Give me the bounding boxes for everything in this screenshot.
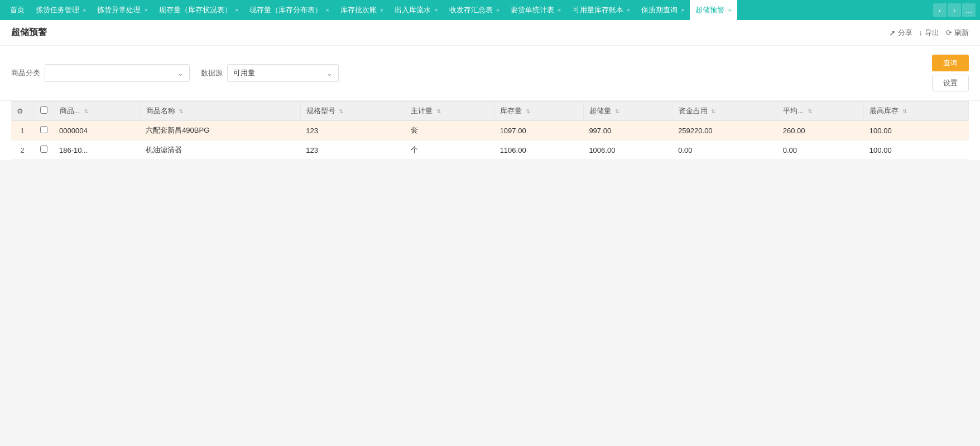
- nav-item-demand[interactable]: 要货单统计表 ×: [505, 0, 566, 20]
- close-stock-status[interactable]: ×: [235, 7, 238, 13]
- share-button[interactable]: ➚ 分享: [889, 28, 912, 38]
- row-capital-2: 0.00: [672, 140, 777, 160]
- row-max-stock-1: 100.00: [864, 121, 969, 140]
- datasource-dropdown-arrow: ⌄: [326, 69, 333, 77]
- close-summary[interactable]: ×: [496, 7, 499, 13]
- category-label: 商品分类: [11, 68, 40, 78]
- row-capital-1: 259220.00: [672, 121, 777, 140]
- nav-label-demand: 要货单统计表: [511, 5, 554, 15]
- query-button[interactable]: 查询: [932, 55, 969, 71]
- share-label: 分享: [898, 28, 912, 38]
- nav-arrows: ‹ › …: [933, 3, 976, 17]
- row-overstock-1: 997.00: [583, 121, 672, 140]
- nav-prev-button[interactable]: ‹: [933, 3, 947, 17]
- row-checkbox-2[interactable]: [33, 140, 54, 160]
- export-label: 导出: [925, 28, 939, 38]
- col-capital[interactable]: 资金占用 ⇅: [672, 101, 777, 121]
- row-avg-2: 0.00: [777, 140, 864, 160]
- sort-product-code: ⇅: [84, 108, 88, 114]
- row-spec-1: 123: [300, 121, 405, 140]
- col-max-stock[interactable]: 最高库存 ⇅: [864, 101, 969, 121]
- nav-item-stock-status[interactable]: 现存量（库存状况表） ×: [153, 0, 244, 20]
- nav-label-pick-exception: 拣货异常处理: [97, 5, 141, 15]
- sort-overstock: ⇅: [615, 108, 619, 114]
- nav-item-stock-dist[interactable]: 现存量（库存分布表） ×: [244, 0, 334, 20]
- col-stock[interactable]: 库存量 ⇅: [494, 101, 584, 121]
- close-pick-task[interactable]: ×: [83, 7, 86, 13]
- sort-max-stock: ⇅: [902, 108, 907, 114]
- share-icon: ➚: [889, 28, 896, 37]
- col-product-code-label: 商品...: [60, 106, 80, 115]
- table-row: 1 0000004 六配套新昌490BPG 123 套 1097.00 997.…: [11, 121, 969, 140]
- col-spec[interactable]: 规格型号 ⇅: [300, 101, 405, 121]
- col-avg[interactable]: 平均... ⇅: [777, 101, 864, 121]
- row-avg-1: 260.00: [777, 121, 864, 140]
- col-product-name[interactable]: 商品名称 ⇅: [140, 101, 300, 121]
- nav-item-flow[interactable]: 出入库流水 ×: [389, 0, 443, 20]
- close-overstock[interactable]: ×: [728, 7, 731, 13]
- page-title: 超储预警: [11, 27, 47, 38]
- category-filter-group: 商品分类 ⌄: [11, 64, 190, 82]
- action-buttons: 查询 设置: [932, 55, 969, 91]
- nav-item-pick-exception[interactable]: 拣货异常处理 ×: [92, 0, 153, 20]
- refresh-button[interactable]: ⟳ 刷新: [946, 28, 969, 38]
- col-product-code[interactable]: 商品... ⇅: [54, 101, 140, 121]
- nav-next-button[interactable]: ›: [948, 3, 961, 17]
- settings-button[interactable]: 设置: [932, 75, 969, 91]
- nav-label-batch: 库存批次账: [340, 5, 377, 15]
- row-stock-2: 1106.00: [494, 140, 584, 160]
- col-product-name-label: 商品名称: [146, 106, 175, 115]
- nav-item-overstock[interactable]: 超储预警 ×: [690, 0, 737, 20]
- row-max-stock-2: 100.00: [864, 140, 969, 160]
- nav-item-pick-task[interactable]: 拣货任务管理 ×: [30, 0, 92, 20]
- nav-item-available[interactable]: 可用量库存账本 ×: [567, 0, 636, 20]
- close-stock-dist[interactable]: ×: [325, 7, 329, 13]
- close-pick-exception[interactable]: ×: [144, 7, 147, 13]
- sort-stock: ⇅: [526, 108, 530, 114]
- close-available[interactable]: ×: [627, 7, 630, 13]
- row-spec-2: 123: [300, 140, 405, 160]
- nav-label-summary: 收发存汇总表: [449, 5, 493, 15]
- category-dropdown-arrow: ⌄: [177, 69, 184, 77]
- category-select[interactable]: ⌄: [45, 64, 190, 82]
- col-avg-label: 平均...: [783, 106, 804, 115]
- row-checkbox-1[interactable]: [33, 121, 54, 140]
- data-table: ⚙ 商品... ⇅ 商品名称 ⇅ 规格型号 ⇅ 主计量: [11, 101, 969, 160]
- col-overstock[interactable]: 超储量 ⇅: [583, 101, 672, 121]
- nav-item-batch[interactable]: 库存批次账 ×: [335, 0, 389, 20]
- col-unit[interactable]: 主计量 ⇅: [405, 101, 494, 121]
- close-flow[interactable]: ×: [434, 7, 438, 13]
- nav-label-overstock: 超储预警: [695, 5, 724, 15]
- col-unit-label: 主计量: [411, 106, 433, 115]
- table-gear-icon[interactable]: ⚙: [17, 107, 23, 115]
- datasource-value: 可用量: [233, 68, 255, 78]
- table-container: ⚙ 商品... ⇅ 商品名称 ⇅ 规格型号 ⇅ 主计量: [0, 101, 980, 160]
- table-body: 1 0000004 六配套新昌490BPG 123 套 1097.00 997.…: [11, 121, 969, 160]
- col-overstock-label: 超储量: [589, 106, 611, 115]
- sort-unit: ⇅: [436, 108, 441, 114]
- table-header-row: ⚙ 商品... ⇅ 商品名称 ⇅ 规格型号 ⇅ 主计量: [11, 101, 969, 121]
- refresh-label: 刷新: [954, 28, 969, 38]
- nav-label-home: 首页: [10, 5, 25, 15]
- nav-item-home[interactable]: 首页: [4, 0, 30, 20]
- close-expiry[interactable]: ×: [681, 7, 684, 13]
- page-header: 超储预警 ➚ 分享 ↓ 导出 ⟳ 刷新: [0, 20, 980, 46]
- close-batch[interactable]: ×: [380, 7, 383, 13]
- nav-item-expiry[interactable]: 保质期查询 ×: [636, 0, 690, 20]
- close-demand[interactable]: ×: [558, 7, 561, 13]
- nav-label-pick-task: 拣货任务管理: [36, 5, 79, 15]
- nav-label-flow: 出入库流水: [395, 5, 431, 15]
- row-stock-1: 1097.00: [494, 121, 584, 140]
- nav-label-stock-dist: 现存量（库存分布表）: [249, 5, 322, 15]
- datasource-label: 数据源: [201, 68, 223, 78]
- col-max-stock-label: 最高库存: [869, 106, 899, 115]
- datasource-select[interactable]: 可用量 ⌄: [227, 64, 339, 82]
- filter-area: 商品分类 ⌄ 数据源 可用量 ⌄ 查询 设置: [0, 46, 980, 101]
- nav-item-summary[interactable]: 收发存汇总表 ×: [444, 0, 505, 20]
- export-button[interactable]: ↓ 导出: [919, 28, 940, 38]
- col-spec-label: 规格型号: [306, 106, 335, 115]
- select-all-checkbox[interactable]: [40, 106, 47, 114]
- row-overstock-2: 1006.00: [583, 140, 672, 160]
- nav-more-button[interactable]: …: [962, 3, 976, 17]
- datasource-filter-group: 数据源 可用量 ⌄: [201, 64, 339, 82]
